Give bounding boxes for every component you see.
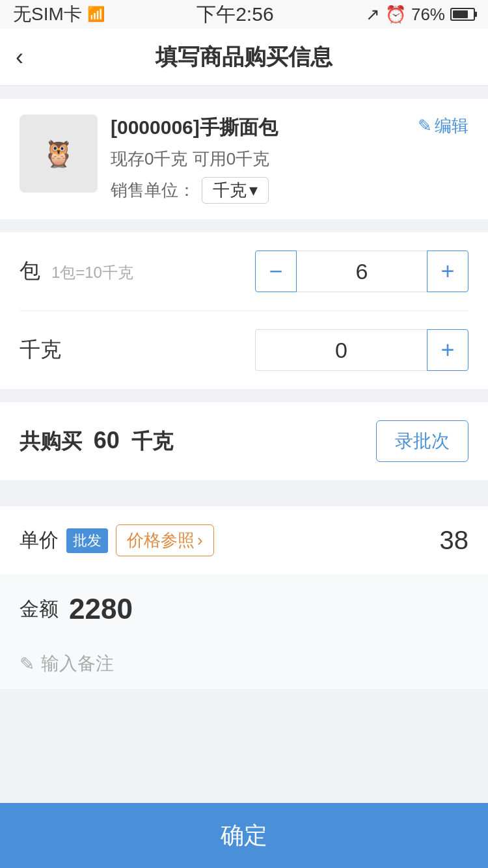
batch-button[interactable]: 录批次 [376,420,468,462]
bao-input-row: 包 1包=10千克 − + [20,232,468,311]
confirm-button[interactable]: 确定 [0,803,488,868]
bao-decrement-button[interactable]: − [255,251,297,292]
status-bar: 无SIM卡 📶 下午2:56 ↗ ⏰ 76% [0,0,488,29]
kg-increment-button[interactable]: + [427,329,468,371]
kg-label-group: 千克 [20,336,61,364]
alarm-icon: ⏰ [385,5,406,25]
price-ref-label: 价格参照 [127,529,195,552]
price-label: 单价 [20,527,59,554]
total-section: 共购买 60 千克 录批次 [0,402,488,480]
note-placeholder: 输入备注 [41,651,114,676]
product-card: 🦉 [0000006]手撕面包 现存0千克 可用0千克 销售单位： 千克 ▾ ✎… [0,99,488,219]
nav-bar: ‹ 填写商品购买信息 [0,29,488,86]
battery-percent: 76% [411,5,445,25]
price-left: 单价 批发 价格参照 › [20,524,214,556]
unit-label: 销售单位： [111,179,195,202]
bao-increment-button[interactable]: + [427,251,468,292]
section-divider-1 [0,219,488,232]
unit-dropdown[interactable]: 千克 ▾ [202,177,269,204]
bao-sub: 1包=10千克 [51,264,133,281]
product-name: [0000006]手撕面包 [111,115,468,141]
product-info: [0000006]手撕面包 现存0千克 可用0千克 销售单位： 千克 ▾ [111,115,468,204]
unit-value: 千克 [213,179,247,202]
total-prefix: 共购买 [20,429,82,453]
total-unit: 千克 [131,429,173,453]
status-time: 下午2:56 [197,1,273,28]
product-stock: 现存0千克 可用0千克 [111,148,468,170]
kg-input[interactable] [255,329,427,371]
product-thumbnail: 🦉 [20,115,98,193]
amount-row: 金额 2280 [20,593,468,625]
edit-label: 编辑 [435,115,468,137]
dropdown-arrow: ▾ [249,180,258,200]
amount-section: 金额 2280 ✎ 输入备注 [0,575,488,689]
battery-icon [450,8,475,21]
edit-button[interactable]: ✎ 编辑 [418,115,468,137]
product-unit-row: 销售单位： 千克 ▾ [111,177,468,204]
input-section: 包 1包=10千克 − + 千克 + [0,232,488,389]
total-text: 共购买 60 千克 [20,427,173,456]
price-ref-button[interactable]: 价格参照 › [116,524,214,556]
price-section: 单价 批发 价格参照 › 38 [0,506,488,575]
price-ref-arrow: › [197,530,203,550]
kg-label: 千克 [20,338,61,361]
bao-stepper: − + [255,251,468,292]
kg-stepper: + [255,329,468,371]
status-left: 无SIM卡 📶 [13,2,105,27]
note-row[interactable]: ✎ 输入备注 [20,638,468,689]
amount-label: 金额 [20,596,59,623]
product-logo: 🦉 [42,139,75,169]
carrier-label: 无SIM卡 [13,2,82,27]
status-right: ↗ ⏰ 76% [366,5,475,25]
edit-icon: ✎ [418,116,432,136]
price-value: 38 [440,526,469,555]
bao-label-group: 包 1包=10千克 [20,257,133,286]
wifi-icon: 📶 [87,6,105,23]
section-divider-2 [0,480,488,493]
pencil-icon: ✎ [20,653,34,675]
total-amount: 60 [94,427,120,454]
bao-label: 包 [20,259,40,282]
batch-tag: 批发 [66,528,108,553]
location-icon: ↗ [366,5,380,25]
kg-input-row: 千克 + [20,311,468,389]
bao-input[interactable] [297,251,427,292]
amount-value: 2280 [69,593,133,625]
page-title: 填写商品购买信息 [156,42,332,72]
back-button[interactable]: ‹ [16,44,23,71]
